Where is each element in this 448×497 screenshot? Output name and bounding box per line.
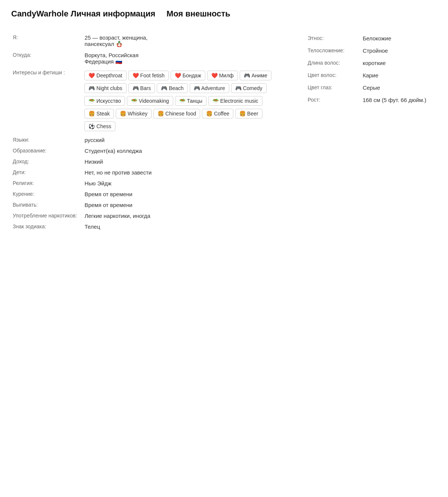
info-label: Языки: xyxy=(11,135,83,145)
info-row: Я:25 — возраст, женщина,пансексуал 🪆 xyxy=(11,32,295,50)
interest-tag: ❤️ Deepthroat xyxy=(84,71,126,80)
personal-info-section: Я:25 — возраст, женщина,пансексуал 🪆Отку… xyxy=(11,32,295,232)
interest-tag: ⚽ Chess xyxy=(84,121,115,131)
appearance-value: короткие xyxy=(361,57,437,69)
interest-tag: 🥗 Танцы xyxy=(175,96,206,106)
interest-tag: 🥗 Electronic music xyxy=(208,96,262,106)
appearance-value: Серые xyxy=(361,81,437,94)
info-row: Курение:Время от времени xyxy=(11,189,295,200)
info-row: Дети:Нет, но не против завести xyxy=(11,167,295,178)
info-label: Выпивать: xyxy=(11,200,83,210)
info-label: Я: xyxy=(11,32,83,50)
info-value: Легкие наркотики, иногда xyxy=(83,210,295,221)
appearance-label: Цвет глаз: xyxy=(306,81,361,94)
interest-tag: 🥗 Искусство xyxy=(84,96,125,106)
interest-tag: 🎮 Adventure xyxy=(190,83,229,93)
info-row: Откуда:Воркута, РоссийскаяФедерация 🇷🇺 xyxy=(11,50,295,67)
info-value: Воркута, РоссийскаяФедерация 🇷🇺 xyxy=(83,50,295,67)
appearance-table: Этнос:БелокожиеТелосложение:СтройноеДлин… xyxy=(306,32,437,106)
interest-tag: 🎮 Night clubs xyxy=(84,83,126,93)
appearance-section: Этнос:БелокожиеТелосложение:СтройноеДлин… xyxy=(295,32,437,106)
info-label: Откуда: xyxy=(11,50,83,67)
appearance-label: Цвет волос: xyxy=(306,69,361,81)
info-value: ❤️ Deepthroat❤️ Foot fetish❤️ Бондаж❤️ М… xyxy=(83,67,295,135)
info-label: Интересы и фетиши : xyxy=(11,67,83,135)
page-title: CandyWarhole Личная информация xyxy=(11,9,155,19)
info-label: Дети: xyxy=(11,167,83,178)
appearance-label: Длина волос: xyxy=(306,57,361,69)
info-label: Доход: xyxy=(11,156,83,167)
info-row: Религия:Нью Эйдж xyxy=(11,178,295,189)
info-row: Языки:русский xyxy=(11,135,295,145)
appearance-row: Рост:168 см (5 фут. 66 дюйм.) xyxy=(306,94,437,106)
info-row: Образование:Студент(ка) колледжа xyxy=(11,145,295,156)
info-value: Нет, но не против завести xyxy=(83,167,295,178)
interest-tag: 🍔 Steak xyxy=(84,109,114,118)
interest-tag: 🍔 Coffee xyxy=(202,109,233,118)
interest-tag: 🎮 Аниме xyxy=(240,71,271,80)
interest-tag: 🎮 Comedy xyxy=(231,83,267,93)
appearance-value: Карие xyxy=(361,69,437,81)
info-value: Время от времени xyxy=(83,200,295,210)
info-label: Знак зодиака: xyxy=(11,221,83,232)
info-row: Знак зодиака:Телец xyxy=(11,221,295,232)
info-row: Доход:Низкий xyxy=(11,156,295,167)
interest-tag: ❤️ Foot fetish xyxy=(128,71,169,80)
info-value: Телец xyxy=(83,221,295,232)
info-value: Нью Эйдж xyxy=(83,178,295,189)
info-row: Употребление наркотиков:Легкие наркотики… xyxy=(11,210,295,221)
appearance-row: Цвет волос:Карие xyxy=(306,69,437,81)
interest-tag: 🍔 Beer xyxy=(235,109,262,118)
interest-tag: 🎮 Bars xyxy=(128,83,155,93)
appearance-label: Этнос: xyxy=(306,32,361,44)
interest-tag: 🍔 Whiskey xyxy=(116,109,152,118)
tags-container: ❤️ Deepthroat❤️ Foot fetish❤️ Бондаж❤️ М… xyxy=(84,70,293,132)
interest-tag: ❤️ Милф xyxy=(207,71,238,80)
info-value: Низкий xyxy=(83,156,295,167)
info-label: Употребление наркотиков: xyxy=(11,210,83,221)
appearance-title: Моя внешность xyxy=(167,9,230,19)
info-value: Студент(ка) колледжа xyxy=(83,145,295,156)
appearance-value: Белокожие xyxy=(361,32,437,44)
info-label: Курение: xyxy=(11,189,83,200)
info-row: Выпивать:Время от времени xyxy=(11,200,295,210)
appearance-value: Стройное xyxy=(361,44,437,57)
interest-tag: 🥗 Videomaking xyxy=(127,96,173,106)
appearance-row: Телосложение:Стройное xyxy=(306,44,437,57)
appearance-value: 168 см (5 фут. 66 дюйм.) xyxy=(361,94,437,106)
info-value: Время от времени xyxy=(83,189,295,200)
appearance-row: Длина волос:короткие xyxy=(306,57,437,69)
personal-info-table: Я:25 — возраст, женщина,пансексуал 🪆Отку… xyxy=(11,32,295,232)
interest-tag: 🍔 Chinese food xyxy=(153,109,200,118)
appearance-label: Рост: xyxy=(306,94,361,106)
appearance-row: Этнос:Белокожие xyxy=(306,32,437,44)
info-row: Интересы и фетиши :❤️ Deepthroat❤️ Foot … xyxy=(11,67,295,135)
interest-tag: 🎮 Beach xyxy=(157,83,188,93)
interest-tag: ❤️ Бондаж xyxy=(171,71,205,80)
info-label: Образование: xyxy=(11,145,83,156)
info-value: 25 — возраст, женщина,пансексуал 🪆 xyxy=(83,32,295,50)
appearance-row: Цвет глаз:Серые xyxy=(306,81,437,94)
info-value: русский xyxy=(83,135,295,145)
info-label: Религия: xyxy=(11,178,83,189)
appearance-label: Телосложение: xyxy=(306,44,361,57)
